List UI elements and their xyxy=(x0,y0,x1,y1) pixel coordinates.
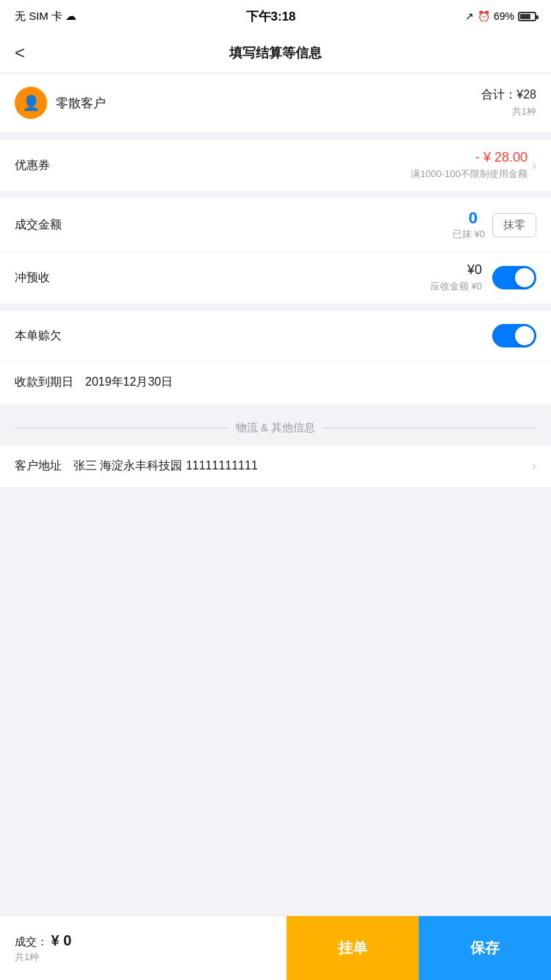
deal-sub: 已抹 ¥0 xyxy=(453,228,485,241)
status-left: 无 SIM 卡 ☁ xyxy=(15,10,76,24)
person-icon: 👤 xyxy=(22,94,40,112)
address-section[interactable]: 客户地址 张三 海淀永丰科技园 11111111111 › xyxy=(0,445,551,487)
customer-total-wrap: 合计：¥28 共1种 xyxy=(481,87,536,118)
back-button[interactable]: < xyxy=(15,43,25,63)
debt-label: 本单赊欠 xyxy=(15,328,62,344)
prepay-right: ¥0 应收金额 ¥0 xyxy=(431,262,536,293)
customer-name: 零散客户 xyxy=(56,95,106,112)
battery-icon xyxy=(518,12,536,21)
bottom-count: 共1种 xyxy=(15,951,272,964)
due-date-value: 2019年12月30日 xyxy=(85,375,173,390)
location-icon: ↗ xyxy=(465,10,474,22)
prepay-value: ¥0 xyxy=(431,262,482,278)
address-value: 张三 海淀永丰科技园 11111111111 xyxy=(73,458,532,474)
customer-total: 合计：¥28 xyxy=(481,87,536,103)
debt-section: 本单赊欠 xyxy=(0,311,551,361)
hold-button[interactable]: 挂单 xyxy=(287,916,419,981)
prepay-label: 冲预收 xyxy=(15,270,50,286)
deal-amount-label: 成交金额 xyxy=(15,217,62,233)
status-bar: 无 SIM 卡 ☁ 下午3:18 ↗ ⏰ 69% xyxy=(0,0,551,32)
deal-amount-row: 成交金额 0 已抹 ¥0 抹零 xyxy=(0,198,551,252)
coupon-sub: 满1000-100不限制使用金额 xyxy=(411,167,527,181)
prepay-row: 冲预收 ¥0 应收金额 ¥0 xyxy=(0,252,551,303)
customer-avatar: 👤 xyxy=(15,87,47,119)
prepay-toggle[interactable] xyxy=(492,266,536,289)
coupon-right: - ¥ 28.00 满1000-100不限制使用金额 › xyxy=(411,150,536,181)
content: 👤 零散客户 合计：¥28 共1种 优惠券 - ¥ 28.00 满1000-10… xyxy=(0,73,551,700)
coupon-discount: - ¥ 28.00 xyxy=(411,150,527,165)
divider-4 xyxy=(0,403,551,411)
divider-1 xyxy=(0,132,551,140)
logistics-section: 物流 & 其他信息 xyxy=(0,411,551,445)
due-date-content: 收款到期日 2019年12月30日 xyxy=(15,375,536,390)
customer-section: 👤 零散客户 合计：¥28 共1种 xyxy=(0,73,551,132)
coupon-value-wrap: - ¥ 28.00 满1000-100不限制使用金额 xyxy=(411,150,527,181)
bottom-deal-line: 成交： ¥ 0 xyxy=(15,932,272,949)
divider-2 xyxy=(0,191,551,198)
deal-section: 成交金额 0 已抹 ¥0 抹零 冲预收 ¥0 应收金额 ¥0 xyxy=(0,198,551,303)
logistics-label: 物流 & 其他信息 xyxy=(15,421,536,435)
prepay-sub: 应收金额 ¥0 xyxy=(431,280,482,293)
round-zero-button[interactable]: 抹零 xyxy=(492,213,536,237)
divider-3 xyxy=(0,303,551,311)
debt-toggle[interactable] xyxy=(492,324,536,347)
coupon-row[interactable]: 优惠券 - ¥ 28.00 满1000-100不限制使用金额 › xyxy=(0,140,551,191)
bottom-deal-label: 成交： xyxy=(15,935,48,948)
save-button[interactable]: 保存 xyxy=(419,916,551,981)
customer-info: 👤 零散客户 xyxy=(15,87,106,119)
bottom-bar: 成交： ¥ 0 共1种 挂单 保存 xyxy=(0,915,551,980)
alarm-icon: ⏰ xyxy=(478,10,490,22)
battery-percent: 69% xyxy=(494,10,514,22)
bottom-info: 成交： ¥ 0 共1种 xyxy=(0,932,287,964)
coupon-label: 优惠券 xyxy=(15,158,50,173)
toggle-knob xyxy=(515,268,534,287)
due-date-label: 收款到期日 xyxy=(15,375,73,390)
due-date-section: 收款到期日 2019年12月30日 xyxy=(0,361,551,403)
deal-value-wrap: 0 已抹 ¥0 xyxy=(453,209,485,241)
page-title: 填写结算等信息 xyxy=(229,44,322,62)
divider-5 xyxy=(0,487,551,634)
address-label: 客户地址 xyxy=(15,458,62,474)
deal-amount-value-wrap: 0 已抹 ¥0 抹零 xyxy=(453,209,536,241)
nav-bar: < 填写结算等信息 xyxy=(0,32,551,73)
chevron-right-icon: › xyxy=(532,158,536,173)
debt-toggle-knob xyxy=(515,326,534,345)
status-time: 下午3:18 xyxy=(246,8,296,25)
customer-count: 共1种 xyxy=(481,105,536,118)
bottom-deal-amount: ¥ 0 xyxy=(51,932,71,948)
sim-label: 无 SIM 卡 ☁ xyxy=(15,10,76,24)
deal-amount-value: 0 xyxy=(469,209,478,227)
status-right: ↗ ⏰ 69% xyxy=(465,10,536,22)
prepay-amount: ¥0 应收金额 ¥0 xyxy=(431,262,482,293)
address-chevron-icon: › xyxy=(532,458,536,474)
